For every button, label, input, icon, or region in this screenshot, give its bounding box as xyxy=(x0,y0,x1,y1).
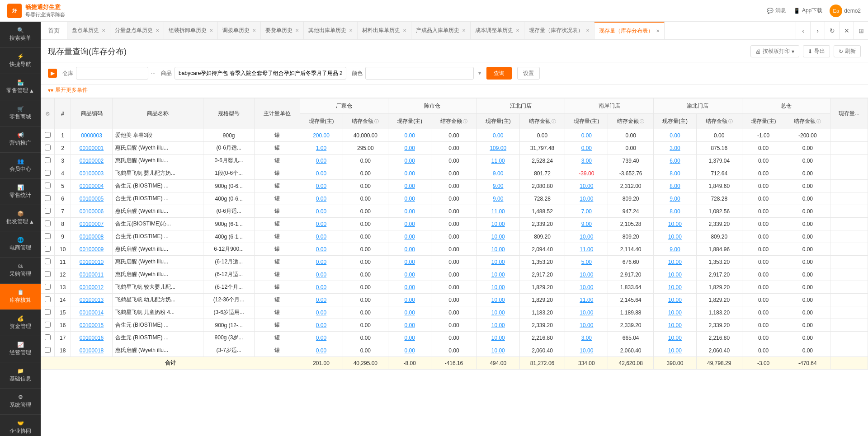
c-qty-link[interactable]: 0.00 xyxy=(404,234,415,240)
j-qty-link[interactable]: 10.00 xyxy=(491,347,505,354)
expand-conditions-btn[interactable]: ▾▾ 展开更多条件 xyxy=(48,86,861,94)
export-btn[interactable]: ⬇ 导出 xyxy=(803,45,830,57)
y-qty-link[interactable]: 10.00 xyxy=(668,259,682,265)
goods-code-link[interactable]: 00100013 xyxy=(80,297,104,303)
tab-close-4[interactable]: ✕ xyxy=(295,28,299,33)
tab-cost-adjust[interactable]: 成本调整单历史✕ xyxy=(471,22,524,40)
sidebar-item-marketing[interactable]: 📢 营销推广 xyxy=(0,127,41,153)
j-qty-link[interactable]: 9.00 xyxy=(493,170,503,177)
tab-refresh-btn[interactable]: ↻ xyxy=(825,22,839,40)
j-qty-link[interactable]: 9.00 xyxy=(493,183,503,189)
f-qty-link[interactable]: 0.00 xyxy=(316,183,326,189)
tab-close-9[interactable]: ✕ xyxy=(586,28,590,33)
y-qty-link[interactable]: 10.00 xyxy=(668,221,682,227)
j-qty-link[interactable]: 10.00 xyxy=(491,272,505,278)
c-qty-link[interactable]: 0.00 xyxy=(404,309,415,316)
c-qty-link[interactable]: 0.00 xyxy=(404,183,415,189)
c-qty-link[interactable]: 0.00 xyxy=(404,246,415,253)
y-qty-link[interactable]: 10.00 xyxy=(668,297,682,303)
y-qty-link[interactable]: 10.00 xyxy=(668,309,682,316)
goods-code-link[interactable]: 00100006 xyxy=(80,208,104,215)
info-icon-f[interactable]: ⓘ xyxy=(374,119,379,124)
n-qty-link[interactable]: 10.00 xyxy=(580,347,593,354)
n-qty-link[interactable]: 10.00 xyxy=(580,272,593,278)
n-qty-link[interactable]: 10.00 xyxy=(580,322,593,328)
c-qty-link[interactable]: 0.00 xyxy=(404,196,415,202)
sidebar-item-basic-info[interactable]: 📁 基础信息 xyxy=(0,362,41,389)
c-qty-link[interactable]: 0.00 xyxy=(404,208,415,215)
f-qty-link[interactable]: 0.00 xyxy=(316,158,326,164)
c-qty-link[interactable]: 0.00 xyxy=(404,347,415,354)
row-checkbox[interactable] xyxy=(41,205,55,218)
f-qty-link[interactable]: 0.00 xyxy=(316,272,326,278)
row-checkbox[interactable] xyxy=(41,294,55,306)
tab-other-out[interactable]: 其他出库单历史✕ xyxy=(304,22,358,40)
expand-arrow[interactable]: ▶ xyxy=(48,69,57,78)
y-qty-link[interactable]: 10.00 xyxy=(668,272,682,278)
tab-close-1[interactable]: ✕ xyxy=(156,28,159,33)
sidebar-item-search[interactable]: 🔍 搜索英单 xyxy=(0,22,41,48)
f-qty-link[interactable]: 0.00 xyxy=(316,221,326,227)
f-qty-link[interactable]: 0.00 xyxy=(316,208,326,215)
j-qty-link[interactable]: 11.00 xyxy=(491,158,505,164)
c-qty-link[interactable]: 0.00 xyxy=(404,158,415,164)
j-qty-link[interactable]: 11.00 xyxy=(491,208,505,215)
tab-close-10[interactable]: ✕ xyxy=(656,28,660,33)
info-icon-y[interactable]: ⓘ xyxy=(728,119,733,124)
j-qty-link[interactable]: 10.00 xyxy=(491,322,505,328)
y-qty-link[interactable]: 10.00 xyxy=(668,234,682,240)
info-icon-j[interactable]: ⓘ xyxy=(552,119,556,124)
tab-close-5[interactable]: ✕ xyxy=(349,28,353,33)
user-action[interactable]: Ea demo2 xyxy=(830,5,861,17)
message-action[interactable]: 💬 消息 xyxy=(767,7,786,14)
sidebar-item-purchase[interactable]: 🛍 采购管理 xyxy=(0,258,41,284)
n-qty-link[interactable]: 10.00 xyxy=(580,234,593,240)
tab-split-inventory[interactable]: 分量盘点单历史✕ xyxy=(110,22,164,40)
color-dropdown-icon[interactable]: ▾ xyxy=(478,70,481,76)
n-qty-link[interactable]: 7.00 xyxy=(581,208,592,215)
j-qty-link[interactable]: 10.00 xyxy=(491,335,505,341)
tab-stock-status[interactable]: 现存量（库存状况表）✕ xyxy=(524,22,594,40)
j-qty-link[interactable]: 10.00 xyxy=(491,309,505,316)
tab-finished-in[interactable]: 产成品入库单历史✕ xyxy=(411,22,471,40)
j-qty-link[interactable]: 10.00 xyxy=(491,246,505,253)
warehouse-dots[interactable]: ··· xyxy=(151,70,156,76)
row-checkbox[interactable] xyxy=(41,344,55,357)
j-qty-link[interactable]: 10.00 xyxy=(491,284,505,291)
n-qty-link[interactable]: 0.00 xyxy=(581,145,592,151)
goods-code-link[interactable]: 00100012 xyxy=(80,284,104,291)
y-qty-link[interactable]: 6.00 xyxy=(670,158,680,164)
goods-code-link[interactable]: 00100016 xyxy=(80,335,104,341)
tab-material-out[interactable]: 材料出库单历史✕ xyxy=(358,22,411,40)
row-checkbox[interactable] xyxy=(41,230,55,243)
j-qty-link[interactable]: 10.00 xyxy=(491,221,505,227)
n-qty-link[interactable]: -39.00 xyxy=(579,170,594,177)
c-qty-link[interactable]: 0.00 xyxy=(404,132,415,139)
goods-input[interactable] xyxy=(175,67,346,80)
tab-close-2[interactable]: ✕ xyxy=(209,28,213,33)
tab-stock-distribution[interactable]: 现存量（库存分布表）✕ xyxy=(594,22,665,40)
n-qty-link[interactable]: 10.00 xyxy=(580,284,593,291)
row-checkbox[interactable] xyxy=(41,319,55,332)
goods-code-link[interactable]: 00100001 xyxy=(80,145,104,151)
y-qty-link[interactable]: 10.00 xyxy=(668,335,682,341)
j-qty-link[interactable]: 9.00 xyxy=(493,196,503,202)
app-download-action[interactable]: 📱 App下载 xyxy=(793,7,822,14)
j-qty-link[interactable]: 10.00 xyxy=(491,259,505,265)
refresh-btn[interactable]: ↻ 刷新 xyxy=(834,45,861,57)
sidebar-item-finance[interactable]: 💰 资金管理 xyxy=(0,310,41,336)
tab-close-8[interactable]: ✕ xyxy=(516,28,519,33)
c-qty-link[interactable]: 0.00 xyxy=(404,322,415,328)
tab-expand-btn[interactable]: ⊞ xyxy=(854,22,868,40)
tab-next-btn[interactable]: › xyxy=(810,22,825,40)
row-checkbox[interactable] xyxy=(41,129,55,142)
n-qty-link[interactable]: 10.00 xyxy=(580,196,593,202)
c-qty-link[interactable]: 0.00 xyxy=(404,170,415,177)
row-checkbox[interactable] xyxy=(41,142,55,155)
y-qty-link[interactable]: 0.00 xyxy=(670,132,680,139)
info-icon-t[interactable]: ⓘ xyxy=(816,119,821,124)
warehouse-input[interactable] xyxy=(76,67,148,80)
row-checkbox[interactable] xyxy=(41,218,55,230)
sidebar-item-inventory[interactable]: 📋 库存核算 xyxy=(0,284,41,310)
y-qty-link[interactable]: 10.00 xyxy=(668,322,682,328)
